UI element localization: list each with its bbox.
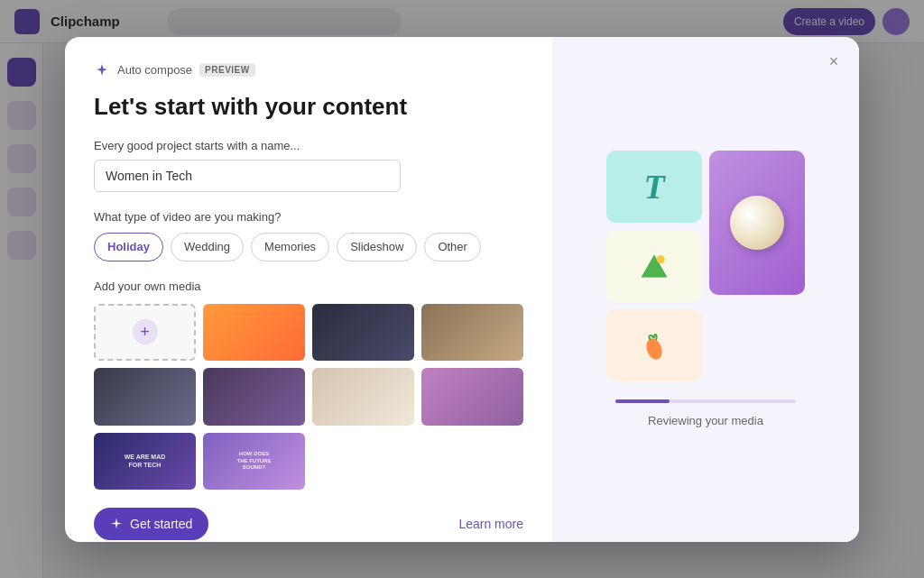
mountain-icon [638, 250, 670, 282]
media-thumb-5[interactable] [203, 368, 305, 426]
preview-card-text: T [606, 151, 702, 223]
media-thumb-8[interactable]: WE ARE MADFOR TECH [94, 433, 196, 491]
chip-wedding[interactable]: Wedding [171, 233, 244, 261]
video-type-chips: Holiday Wedding Memories Slideshow Other [94, 233, 523, 261]
media-thumb-1[interactable] [203, 304, 305, 362]
chip-slideshow[interactable]: Slideshow [337, 233, 417, 261]
reviewing-text: Reviewing your media [648, 414, 763, 427]
thumb-text-2 [312, 304, 414, 362]
modal-footer: Get started Learn more [94, 508, 523, 540]
preview-grid: T [606, 151, 805, 381]
modal-right-panel: × T [552, 37, 859, 542]
modal-left-panel: Auto compose PREVIEW Let's start with yo… [65, 37, 552, 542]
preview-card-carrot [606, 309, 702, 381]
media-add-button[interactable]: + [94, 304, 196, 362]
auto-compose-modal: Auto compose PREVIEW Let's start with yo… [65, 37, 859, 542]
media-thumb-3[interactable] [421, 304, 523, 362]
preview-card-mountain [606, 230, 702, 302]
media-thumb-4[interactable] [94, 368, 196, 426]
media-grid: + WE ARE M [94, 304, 523, 491]
close-button[interactable]: × [821, 50, 846, 75]
get-started-label: Get started [130, 517, 192, 531]
media-thumb-9[interactable]: HOW DOESTHE FUTURESOUND? [203, 433, 305, 491]
close-icon: × [829, 52, 839, 71]
modal-header-row: Auto compose PREVIEW [94, 62, 523, 78]
thumb-text-5 [203, 368, 305, 426]
project-name-input[interactable] [94, 160, 401, 192]
thumb-text-3 [421, 304, 523, 362]
thumb-text-7 [421, 368, 523, 426]
chip-holiday[interactable]: Holiday [94, 233, 163, 261]
thumb-text-4 [94, 368, 196, 426]
learn-more-link[interactable]: Learn more [458, 517, 523, 531]
auto-compose-icon [94, 62, 110, 78]
add-media-icon: + [133, 319, 158, 344]
chip-other[interactable]: Other [424, 233, 481, 261]
progress-bar-fill [615, 399, 670, 403]
media-label: Add your own media [94, 280, 523, 293]
preview-card-purple [709, 151, 805, 295]
thumb-text-9: HOW DOESTHE FUTURESOUND? [203, 433, 305, 491]
media-thumb-6[interactable] [312, 368, 414, 426]
auto-compose-label: Auto compose [117, 63, 192, 77]
text-icon: T [643, 167, 664, 206]
svg-point-2 [657, 255, 665, 263]
media-thumb-2[interactable] [312, 304, 414, 362]
video-type-label: What type of video are you making? [94, 210, 523, 224]
thumb-text-8: WE ARE MADFOR TECH [94, 433, 196, 491]
svg-point-3 [643, 336, 664, 362]
carrot-icon [638, 329, 670, 362]
progress-bar [615, 399, 796, 403]
modal-title: Let's start with your content [94, 93, 523, 121]
sparkle-icon [110, 518, 123, 530]
get-started-button[interactable]: Get started [94, 508, 208, 540]
name-field-label: Every good project starts with a name... [94, 139, 523, 152]
chip-memories[interactable]: Memories [251, 233, 329, 261]
thumb-text-6 [312, 368, 414, 426]
thumb-text-1 [203, 304, 305, 362]
pearl-icon [730, 196, 784, 250]
media-thumb-7[interactable] [421, 368, 523, 426]
preview-badge: PREVIEW [199, 63, 255, 77]
